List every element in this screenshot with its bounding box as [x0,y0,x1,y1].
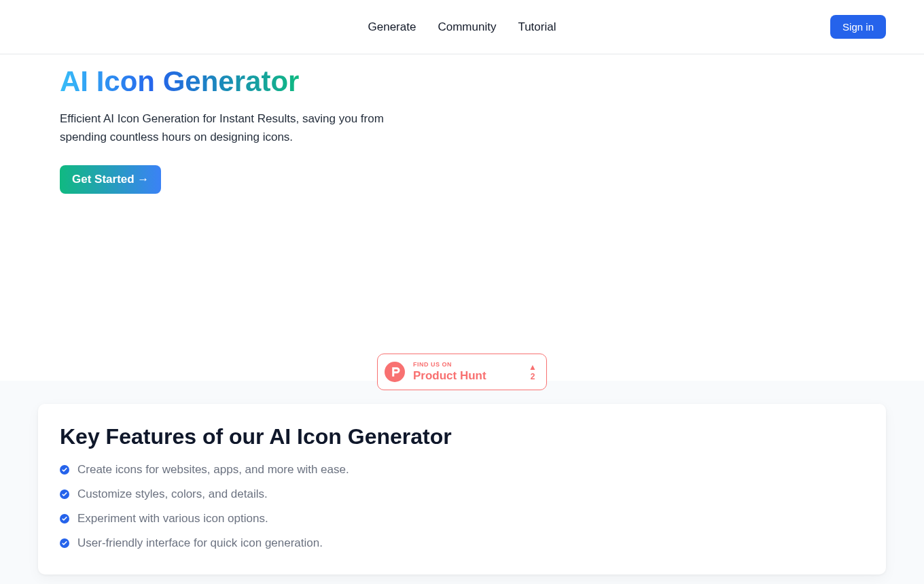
nav-links: Generate Community Tutorial [368,20,556,34]
features-card: Key Features of our AI Icon Generator Cr… [38,404,886,574]
feature-item: User-friendly interface for quick icon g… [60,536,864,550]
check-circle-icon [60,465,69,475]
product-hunt-badge[interactable]: FIND US ON Product Hunt ▲ 2 [377,354,547,390]
upvote-triangle-icon: ▲ [529,363,537,371]
product-hunt-eyebrow: FIND US ON [413,362,520,368]
nav-link-generate[interactable]: Generate [368,20,416,34]
product-hunt-wrap: FIND US ON Product Hunt ▲ 2 [0,354,924,390]
nav-link-community[interactable]: Community [438,20,496,34]
feature-text: Customize styles, colors, and details. [77,487,268,501]
product-hunt-upvote-count: 2 [531,373,535,381]
hero-section: AI Icon Generator Efficient AI Icon Gene… [0,54,924,194]
check-circle-icon [60,514,69,523]
feature-item: Customize styles, colors, and details. [60,487,864,501]
product-hunt-name: Product Hunt [413,370,520,383]
signin-button[interactable]: Sign in [830,15,886,39]
product-hunt-upvote: ▲ 2 [529,363,537,381]
get-started-button[interactable]: Get Started → [60,165,161,194]
feature-text: Create icons for websites, apps, and mor… [77,463,349,477]
product-hunt-text: FIND US ON Product Hunt [413,362,520,383]
check-circle-icon [60,489,69,499]
top-nav: Generate Community Tutorial Sign in [0,0,924,54]
nav-right: Sign in [750,15,886,39]
features-list: Create icons for websites, apps, and mor… [60,463,864,550]
feature-item: Experiment with various icon options. [60,512,864,526]
feature-item: Create icons for websites, apps, and mor… [60,463,864,477]
features-heading: Key Features of our AI Icon Generator [60,424,864,449]
hero-subtitle: Efficient AI Icon Generation for Instant… [60,110,427,146]
product-hunt-icon [385,362,405,382]
nav-link-tutorial[interactable]: Tutorial [518,20,556,34]
feature-text: Experiment with various icon options. [77,512,268,526]
feature-text: User-friendly interface for quick icon g… [77,536,323,550]
page-title: AI Icon Generator [60,65,299,98]
check-circle-icon [60,538,69,548]
